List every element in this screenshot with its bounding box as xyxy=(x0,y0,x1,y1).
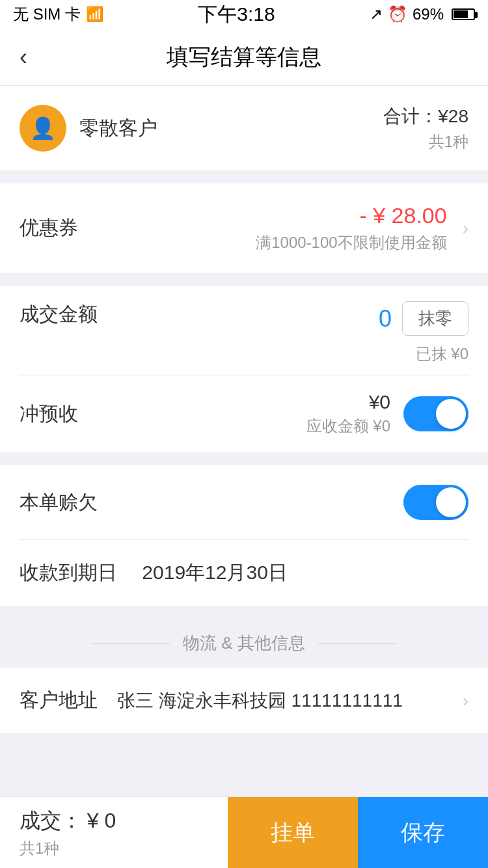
nav-bar: ‹ 填写结算等信息 xyxy=(0,29,488,86)
address-label: 客户地址 xyxy=(20,687,98,714)
save-button[interactable]: 保存 xyxy=(358,797,488,869)
round-button[interactable]: 抹零 xyxy=(402,301,468,336)
coupon-amount: - ¥ 28.00 xyxy=(256,203,446,228)
customer-name: 零散客户 xyxy=(79,115,157,142)
bottom-count: 共1种 xyxy=(20,838,228,859)
chevron-right-icon: › xyxy=(463,218,468,239)
battery-icon xyxy=(452,8,475,20)
credit-section: 本单赊欠 收款到期日 2019年12月30日 xyxy=(0,465,488,606)
address-value: 张三 海淀永丰科技园 11111111111 xyxy=(117,688,457,713)
address-section[interactable]: 客户地址 张三 海淀永丰科技园 11111111111 › xyxy=(0,668,488,733)
credit-row: 本单赊欠 xyxy=(0,465,488,539)
prepay-label: 冲预收 xyxy=(20,401,78,427)
avatar: 👤 xyxy=(20,105,66,152)
wifi-icon: 📶 xyxy=(86,6,103,23)
due-date-label: 收款到期日 xyxy=(20,562,117,583)
customer-info: 👤 零散客户 xyxy=(20,105,157,152)
prepay-row: 冲预收 ¥0 应收金额 ¥0 xyxy=(0,375,488,452)
customer-section: 👤 零散客户 合计：¥28 共1种 xyxy=(0,86,488,170)
bottom-deal: 成交： ¥ 0 xyxy=(20,807,228,835)
bottom-summary: 成交： ¥ 0 共1种 xyxy=(0,807,228,859)
customer-row: 👤 零散客户 合计：¥28 共1种 xyxy=(0,86,488,170)
coupon-label: 优惠券 xyxy=(20,215,78,241)
battery-percent: 69% xyxy=(413,5,444,23)
toggle-knob xyxy=(436,399,466,429)
prepay-toggle[interactable] xyxy=(403,396,468,431)
deal-amount-right: 0 抹零 xyxy=(379,301,468,336)
credit-toggle[interactable] xyxy=(403,485,468,520)
status-left: 无 SIM 卡 📶 xyxy=(13,4,103,25)
due-date-row: 收款到期日 2019年12月30日 xyxy=(0,540,488,606)
credit-label: 本单赊欠 xyxy=(20,489,98,516)
credit-toggle-knob xyxy=(436,487,466,517)
prepay-amounts: ¥0 应收金额 ¥0 xyxy=(306,391,390,437)
bottom-deal-label: 成交： xyxy=(20,809,82,832)
carrier-label: 无 SIM 卡 xyxy=(13,4,81,25)
status-right: ↗ ⏰ 69% xyxy=(370,5,475,23)
deal-amount-value: 0 xyxy=(379,305,392,332)
status-bar: 无 SIM 卡 📶 下午3:18 ↗ ⏰ 69% xyxy=(0,0,488,29)
logistics-header: 物流 & 其他信息 xyxy=(0,619,488,668)
back-button[interactable]: ‹ xyxy=(20,44,27,71)
logistics-label: 物流 & 其他信息 xyxy=(183,632,305,655)
bottom-deal-value: ¥ 0 xyxy=(87,809,116,832)
page-title: 填写结算等信息 xyxy=(167,42,321,72)
alarm-icon: ⏰ xyxy=(388,5,407,23)
deal-amount-row: 成交金额 0 抹零 xyxy=(0,286,488,344)
already-rounded: 已抹 ¥0 xyxy=(0,344,488,375)
coupon-row[interactable]: 优惠券 - ¥ 28.00 满1000-100不限制使用金额 › xyxy=(0,183,488,273)
hang-button[interactable]: 挂单 xyxy=(228,797,358,869)
logistics-line-right xyxy=(318,643,396,644)
prepay-sub-amount: 应收金额 ¥0 xyxy=(306,416,390,437)
logistics-line-left xyxy=(92,643,170,644)
customer-total: 合计：¥28 共1种 xyxy=(383,104,468,152)
coupon-desc: 满1000-100不限制使用金额 xyxy=(256,232,446,253)
deal-amount-label: 成交金额 xyxy=(20,301,98,328)
address-row[interactable]: 客户地址 张三 海淀永丰科技园 11111111111 › xyxy=(0,668,488,733)
coupon-right: - ¥ 28.00 满1000-100不限制使用金额 › xyxy=(256,203,468,253)
coupon-section[interactable]: 优惠券 - ¥ 28.00 满1000-100不限制使用金额 › xyxy=(0,183,488,273)
avatar-icon: 👤 xyxy=(30,116,56,141)
total-count: 共1种 xyxy=(383,131,468,152)
address-chevron-icon: › xyxy=(463,690,468,711)
prepay-right: ¥0 应收金额 ¥0 xyxy=(306,391,468,437)
location-icon: ↗ xyxy=(370,5,383,23)
bottom-bar: 成交： ¥ 0 共1种 挂单 保存 xyxy=(0,796,488,868)
total-price: 合计：¥28 xyxy=(383,104,468,129)
deal-amount-section: 成交金额 0 抹零 已抹 ¥0 冲预收 ¥0 应收金额 ¥0 xyxy=(0,286,488,452)
status-time: 下午3:18 xyxy=(198,1,275,28)
due-date-value: 2019年12月30日 xyxy=(142,562,287,583)
prepay-main-amount: ¥0 xyxy=(306,391,390,413)
